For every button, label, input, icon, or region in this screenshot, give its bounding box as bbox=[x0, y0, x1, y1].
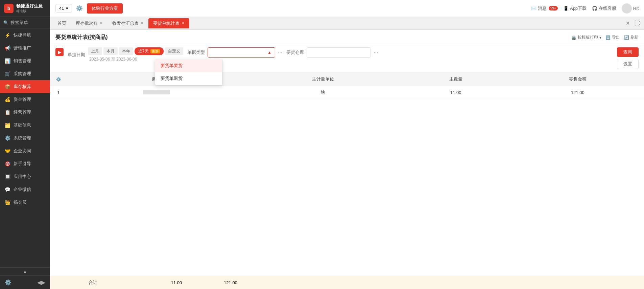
topbar-dropdown-arrow: ▾ bbox=[66, 6, 68, 11]
sidebar-item-quicknav[interactable]: ⚡ 快捷导航 bbox=[0, 29, 50, 42]
sidebar-item-inventory[interactable]: 📦 库存核算 bbox=[0, 80, 50, 93]
filter-expand-btn[interactable]: ▶ bbox=[55, 48, 64, 56]
sidebar-item-operations-label: 经营管理 bbox=[14, 109, 46, 115]
sidebar-item-member-label: 畅会员 bbox=[14, 199, 46, 205]
appstore-icon: 🔲 bbox=[4, 174, 11, 179]
goods-blurred bbox=[143, 90, 170, 94]
sidebar-item-enterprise[interactable]: 🤝 企业协同 bbox=[0, 144, 50, 157]
print-template-btn[interactable]: 🖨️ 按模板打印 ▾ bbox=[571, 35, 601, 40]
footer-amount: 121.00 bbox=[210, 280, 251, 285]
sidebar-item-basic[interactable]: 🗂️ 基础信息 bbox=[0, 119, 50, 132]
sidebar-item-quicknav-label: 快捷导航 bbox=[14, 32, 46, 38]
type-filter-select[interactable]: ▲ bbox=[208, 47, 275, 58]
type-filter-group: 单据类型 ▲ ··· bbox=[187, 47, 282, 58]
export-label: 导出 bbox=[612, 35, 620, 40]
sidebar-scroll-up[interactable]: ▲ bbox=[0, 267, 50, 275]
app-sub: 标准版 bbox=[16, 9, 43, 13]
date-custom-btn[interactable]: 自定义 bbox=[165, 47, 183, 55]
online-service-label: 在线客服 bbox=[599, 5, 616, 12]
topbar-gear-icon[interactable]: ⚙️ bbox=[76, 5, 83, 12]
messages-item[interactable]: ✉️ 消息 99+ bbox=[531, 5, 558, 12]
export-btn[interactable]: ⬇️ 导出 bbox=[605, 35, 620, 40]
app-download-item[interactable]: 📱 App下载 bbox=[563, 5, 587, 12]
quicknav-icon: ⚡ bbox=[4, 32, 11, 38]
user-avatar-area[interactable]: Rit bbox=[622, 3, 639, 14]
tab-close-all-icon[interactable]: ✕ bbox=[624, 19, 631, 28]
tab-expand-icon[interactable]: ⛶ bbox=[633, 19, 641, 28]
messages-icon: ✉️ bbox=[531, 6, 536, 11]
sidebar-item-marketing-label: 营销推广 bbox=[14, 45, 46, 51]
refresh-btn[interactable]: 🔄 刷新 bbox=[624, 35, 639, 40]
date-more-badge: 更多 bbox=[150, 49, 160, 53]
sidebar-item-system-label: 系统管理 bbox=[14, 135, 46, 141]
settings-gear-icon[interactable]: ⚙️ bbox=[5, 279, 11, 286]
dropdown-item-order-goods[interactable]: 要货单要货 bbox=[155, 59, 222, 72]
inventory-icon: 📦 bbox=[4, 84, 11, 89]
col-settings-icon[interactable]: ⚙️ bbox=[56, 77, 61, 82]
tab-order-stat[interactable]: 要货单统计表 ✕ bbox=[148, 18, 189, 28]
col-settings[interactable]: ⚙️ bbox=[50, 73, 67, 86]
sidebar-item-purchase[interactable]: 🛒 采购管理 bbox=[0, 67, 50, 80]
main-area: 41 ▾ ⚙️ 体验行业方案 ✉️ 消息 99+ 📱 App下载 🎧 在线客服 bbox=[50, 0, 644, 289]
warehouse-filter-more-icon[interactable]: ··· bbox=[374, 49, 378, 55]
warehouse-filter-input[interactable] bbox=[307, 47, 371, 58]
sidebar-item-guide[interactable]: 🎯 新手引导 bbox=[0, 157, 50, 170]
sidebar-collapse-icon[interactable]: ◀▶ bbox=[37, 279, 45, 286]
sidebar-item-wechat[interactable]: 💬 企业微信 bbox=[0, 183, 50, 196]
sidebar-nav: ⚡ 快捷导航 📢 营销推广 📊 销售管理 🛒 采购管理 📦 库存核算 💰 资金管… bbox=[0, 29, 50, 267]
search-icon: 🔍 bbox=[3, 20, 8, 25]
col-amount: 零售金额 bbox=[511, 73, 644, 86]
type-filter-arrow[interactable]: ▲ bbox=[267, 50, 271, 55]
type-filter-more-icon[interactable]: ··· bbox=[278, 49, 282, 55]
download-icon: 📱 bbox=[563, 6, 569, 11]
sidebar-item-sales[interactable]: 📊 销售管理 bbox=[0, 54, 50, 67]
sidebar: b 畅捷通好生意 标准版 🔍 搜索菜单 ⚡ 快捷导航 📢 营销推广 📊 销售管理… bbox=[0, 0, 50, 289]
filter-bar: ▶ 单据日期 上月 本月 本年 近7天 更多 bbox=[50, 44, 644, 73]
topbar-dropdown[interactable]: 41 ▾ bbox=[55, 4, 72, 13]
warehouse-filter-group: 要货仓库 ··· bbox=[286, 47, 378, 58]
finance-icon: 💰 bbox=[4, 97, 11, 102]
tab-home[interactable]: 首页 bbox=[53, 18, 71, 28]
member-icon: 👑 bbox=[4, 200, 11, 205]
sidebar-search-item[interactable]: 🔍 搜索菜单 bbox=[0, 17, 50, 29]
date-btns: 上月 本月 本年 近7天 更多 自定义 bbox=[88, 47, 183, 55]
tab-inventory-batch-close[interactable]: ✕ bbox=[100, 21, 103, 25]
type-filter-label: 单据类型 bbox=[187, 49, 205, 55]
date-curr-btn[interactable]: 本月 bbox=[103, 47, 118, 55]
online-service-item[interactable]: 🎧 在线客服 bbox=[592, 5, 616, 12]
sidebar-item-guide-label: 新手引导 bbox=[14, 161, 46, 167]
date-year-btn[interactable]: 本年 bbox=[119, 47, 133, 55]
dropdown-item-order-return[interactable]: 要货单退货 bbox=[155, 72, 222, 85]
app-name: 畅捷通好生意 bbox=[16, 3, 43, 9]
sidebar-item-basic-label: 基础信息 bbox=[14, 122, 46, 128]
row-amount: 121.00 bbox=[511, 86, 644, 99]
sidebar-item-appstore[interactable]: 🔲 应用中心 bbox=[0, 170, 50, 183]
logo-icon: b bbox=[4, 4, 14, 13]
app-download-label: App下载 bbox=[570, 5, 587, 12]
sidebar-item-marketing[interactable]: 📢 营销推广 bbox=[0, 42, 50, 54]
type-dropdown-overlay: 要货单要货 要货单退货 bbox=[155, 59, 222, 85]
date-prev-btn[interactable]: 上月 bbox=[88, 47, 102, 55]
purchase-icon: 🛒 bbox=[4, 71, 11, 76]
enterprise-icon: 🤝 bbox=[4, 148, 11, 154]
guide-icon: 🎯 bbox=[4, 161, 11, 166]
page-header: 要货单统计表(按商品) 🖨️ 按模板打印 ▾ ⬇️ 导出 🔄 刷新 bbox=[50, 30, 644, 44]
query-btn[interactable]: 查询 bbox=[617, 47, 639, 57]
settings-btn[interactable]: 设置 bbox=[617, 59, 639, 69]
user-name: Rit bbox=[633, 6, 639, 11]
tab-receive-summary[interactable]: 收发存汇总表 ✕ bbox=[108, 18, 148, 28]
date-7days-btn[interactable]: 近7天 更多 bbox=[135, 47, 164, 55]
tab-receive-summary-close[interactable]: ✕ bbox=[141, 21, 144, 25]
sidebar-item-operations[interactable]: 📋 经营管理 bbox=[0, 106, 50, 119]
tab-inventory-batch[interactable]: 库存批次账 ✕ bbox=[71, 18, 108, 28]
sidebar-item-finance[interactable]: 💰 资金管理 bbox=[0, 93, 50, 106]
tab-order-stat-close[interactable]: ✕ bbox=[182, 21, 185, 25]
avatar bbox=[622, 3, 632, 14]
sidebar-item-member[interactable]: 👑 畅会员 bbox=[0, 196, 50, 209]
table-header: ⚙️ 商品 主计量单位 主数量 零售金额 bbox=[50, 73, 644, 86]
industry-btn[interactable]: 体验行业方案 bbox=[87, 3, 123, 14]
filter-groups: 单据日期 上月 本月 本年 近7天 更多 自定义 2023-05- bbox=[68, 47, 613, 62]
sidebar-item-system[interactable]: ⚙️ 系统管理 bbox=[0, 132, 50, 144]
tab-order-stat-label: 要货单统计表 bbox=[153, 20, 180, 26]
export-icon: ⬇️ bbox=[605, 35, 611, 40]
